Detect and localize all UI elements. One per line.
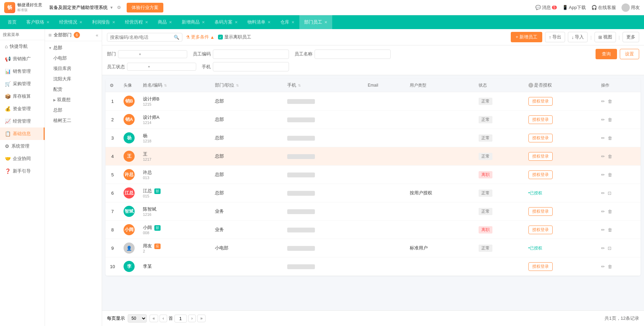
last-page-btn[interactable]: » — [197, 315, 206, 322]
sort-phone-icon[interactable]: ⇅ — [298, 83, 301, 87]
delete-icon[interactable]: 🗑 — [608, 172, 612, 177]
phone-blur — [287, 246, 315, 251]
filter-code-input[interactable] — [213, 50, 289, 59]
filter-status-select[interactable]: ▾ — [127, 63, 196, 71]
row-avatar: 智斌 — [119, 202, 139, 221]
delete-icon[interactable]: 🗑 — [608, 117, 612, 122]
sidebar-item-quick[interactable]: ⌂ 快捷导航 — [0, 40, 45, 53]
edit-icon[interactable]: ✏ — [601, 117, 605, 122]
tab-process[interactable]: 经营历程 ✕ — [120, 15, 153, 29]
auth-button[interactable]: 授权登录 — [528, 226, 553, 234]
tab-operation[interactable]: 经营情况 ✕ — [54, 15, 87, 29]
sidebar-item-finance[interactable]: 💰 资金管理 — [0, 103, 45, 115]
tab-goods[interactable]: 商品 ✕ — [153, 15, 177, 29]
copy-icon[interactable]: ⊡ — [608, 246, 611, 251]
dept-group-header-zongbu[interactable]: ▼ 总部 — [45, 43, 102, 53]
prev-page-btn[interactable]: ‹ — [160, 315, 167, 322]
tab-profit[interactable]: 利润报告 ✕ — [87, 15, 120, 29]
tab-barcode[interactable]: 条码方案 ✕ — [210, 15, 243, 29]
system-dropdown-icon[interactable]: ▾ — [110, 5, 113, 10]
logo-brand: 畅捷通好生意 — [17, 2, 42, 8]
auth-button[interactable]: 授权登录 — [528, 134, 553, 142]
sort-name-icon[interactable]: ⇅ — [164, 83, 167, 87]
action-icons: ✏ 🗑 — [601, 264, 636, 269]
filter-dept-select[interactable]: ▾ — [118, 50, 187, 58]
dept-subitem-distribution[interactable]: 配货 — [45, 84, 102, 95]
dept-collapse-btn[interactable]: « — [96, 33, 98, 38]
delete-icon[interactable]: 🗑 — [608, 154, 612, 159]
sidebar-item-operation[interactable]: 📈 经营管理 — [0, 115, 45, 127]
table-settings-icon[interactable]: ⚙ — [110, 83, 114, 88]
app-download-btn[interactable]: 📱 App下载 — [562, 5, 586, 11]
tab-home[interactable]: 首页 — [3, 15, 21, 29]
sidebar-item-cooperation[interactable]: 🤝 企业协同 — [0, 152, 45, 165]
next-page-btn[interactable]: › — [188, 315, 196, 322]
delete-icon[interactable]: 🗑 — [608, 264, 612, 269]
edit-icon[interactable]: ✏ — [601, 191, 605, 196]
set-button[interactable]: 设置 — [620, 49, 639, 59]
more-filter-btn[interactable]: ⚗ 更多条件 ▲ — [186, 34, 215, 40]
dept-badge-count: 6 — [74, 32, 80, 38]
sidebar-item-guide[interactable]: ❓ 新手引导 — [0, 165, 45, 177]
first-page-btn[interactable]: « — [149, 315, 158, 322]
dept-subitem-project[interactable]: 项目库房 — [45, 63, 102, 74]
tab-customer[interactable]: 客户联络 ✕ — [21, 15, 54, 29]
tab-addgoods[interactable]: 新增商品 ✕ — [177, 15, 210, 29]
edit-icon[interactable]: ✏ — [601, 246, 605, 251]
auth-button[interactable]: 授权登录 — [528, 170, 553, 179]
user-btn[interactable]: 用友 — [622, 3, 640, 12]
edit-icon[interactable]: ✏ — [601, 264, 605, 269]
sidebar-item-marketing[interactable]: 📢 营销推广 — [0, 53, 45, 65]
show-resigned-toggle[interactable]: ✓ 显示离职员工 — [218, 34, 251, 40]
delete-icon[interactable]: 🗑 — [608, 227, 612, 232]
sidebar-item-purchase[interactable]: 🛒 采购管理 — [0, 78, 45, 90]
auth-button[interactable]: 授权登录 — [528, 262, 553, 271]
tab-material[interactable]: 物料清单 ✕ — [243, 15, 275, 29]
auth-button[interactable]: 授权登录 — [528, 207, 553, 216]
add-employee-button[interactable]: + 新增员工 — [511, 32, 542, 42]
tab-staff[interactable]: 部门员工 ✕ — [299, 15, 332, 29]
sidebar-item-system[interactable]: ⚙ 系统管理 — [0, 140, 45, 152]
support-btn[interactable]: 🎧 在线客服 — [591, 5, 616, 11]
dept-subitem-zongbu[interactable]: 总部 — [45, 105, 102, 115]
gear-icon[interactable]: ⚙ — [117, 5, 121, 10]
sidebar-item-basic[interactable]: 📋 基础信息 — [0, 127, 45, 140]
export-button[interactable]: ↑ 导出 — [545, 32, 565, 42]
filter-name-input[interactable] — [315, 50, 391, 59]
tab-warehouse[interactable]: 仓库 ✕ — [275, 15, 299, 29]
page-size-select[interactable]: 50 20 100 — [128, 314, 147, 323]
delete-icon[interactable]: 🗑 — [608, 209, 612, 214]
edit-icon[interactable]: ✏ — [601, 227, 605, 232]
row-num: 7 — [106, 202, 119, 221]
dept-subitem-zhishu[interactable]: 植树王二 — [45, 115, 102, 126]
import-button[interactable]: ↓ 导入 — [568, 32, 588, 42]
auth-button[interactable]: 授权登录 — [528, 115, 553, 124]
edit-icon[interactable]: ✏ — [601, 154, 605, 159]
phone-blur — [287, 209, 315, 214]
sort-dept-icon[interactable]: ⇅ — [236, 83, 239, 87]
filter-phone-input[interactable] — [213, 62, 289, 71]
more-actions-button[interactable]: 更多 — [623, 32, 639, 42]
page-number-input[interactable] — [174, 315, 187, 323]
auth-info-icon[interactable]: i — [528, 83, 533, 88]
dept-subitem-shenyang[interactable]: 沈阳大库 — [45, 74, 102, 84]
edit-icon[interactable]: ✏ — [601, 99, 605, 104]
query-button[interactable]: 查询 — [596, 49, 617, 59]
search-menu-input[interactable] — [3, 32, 45, 37]
view-button[interactable]: ⊞ 视图 — [595, 32, 616, 42]
edit-icon[interactable]: ✏ — [601, 209, 605, 214]
dept-subitem-xiaodian[interactable]: 小电部 — [45, 53, 102, 63]
delete-icon[interactable]: 🗑 — [608, 99, 612, 104]
edit-icon[interactable]: ✏ — [601, 172, 605, 177]
auth-button[interactable]: 授权登录 — [528, 97, 553, 106]
trial-button[interactable]: 体验行业方案 — [127, 3, 163, 12]
search-input[interactable] — [110, 35, 172, 40]
sidebar-item-sales[interactable]: 📊 销售管理 — [0, 65, 45, 78]
message-btn[interactable]: 💬 消息 5 — [535, 5, 557, 11]
edit-icon[interactable]: ✏ — [601, 135, 605, 141]
auth-button[interactable]: 授权登录 — [528, 152, 553, 161]
delete-icon[interactable]: 🗑 — [608, 135, 612, 141]
sidebar-item-inventory[interactable]: 📦 库存核算 — [0, 90, 45, 103]
dept-subitem-shuanglu[interactable]: ▶双鹿想 — [45, 95, 102, 105]
copy-icon[interactable]: ⊡ — [608, 191, 611, 196]
